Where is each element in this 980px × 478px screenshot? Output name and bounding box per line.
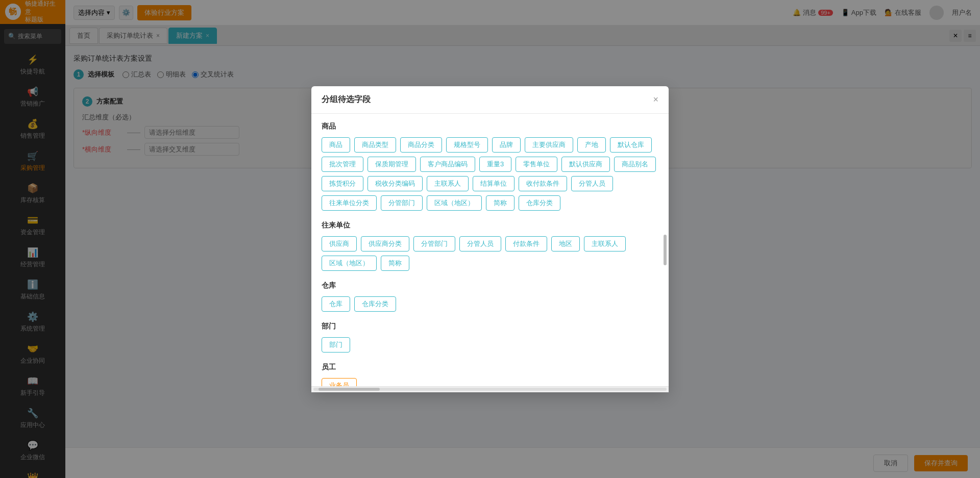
- field-product[interactable]: 商品: [322, 137, 350, 153]
- section-title-counterpart: 往来单位: [322, 221, 658, 230]
- field-supplier[interactable]: 供应商: [322, 236, 357, 251]
- field-batch-mgmt[interactable]: 批次管理: [322, 157, 363, 172]
- field-payment-terms[interactable]: 收付款条件: [519, 176, 567, 191]
- field-area-region[interactable]: 区域（地区）: [427, 195, 482, 211]
- modal-section-product: 商品 商品 商品类型 商品分类 规格型号 品牌 主要供应商 产地 默认仓库 批次…: [322, 122, 658, 211]
- field-product-category[interactable]: 商品分类: [400, 137, 442, 153]
- field-counterpart-category[interactable]: 往来单位分类: [322, 195, 377, 211]
- field-short-name[interactable]: 简称: [486, 195, 514, 211]
- field-default-warehouse[interactable]: 默认仓库: [610, 137, 652, 153]
- section-title-warehouse: 仓库: [322, 281, 658, 290]
- modal-overlay[interactable]: 分组待选字段 × 商品 商品 商品类型 商品分类 规格型号 品牌 主要供应商 产…: [0, 0, 980, 478]
- field-product-type[interactable]: 商品类型: [354, 137, 396, 153]
- field-grid-product: 商品 商品类型 商品分类 规格型号 品牌 主要供应商 产地 默认仓库 批次管理 …: [322, 137, 658, 211]
- field-region[interactable]: 地区: [551, 236, 580, 251]
- field-default-supplier[interactable]: 默认供应商: [561, 157, 610, 172]
- field-person[interactable]: 分管人员: [459, 236, 501, 251]
- field-origin[interactable]: 产地: [577, 137, 606, 153]
- modal-body: 商品 商品 商品类型 商品分类 规格型号 品牌 主要供应商 产地 默认仓库 批次…: [311, 114, 669, 386]
- modal-section-counterpart: 往来单位 供应商 供应商分类 分管部门 分管人员 付款条件 地区 主联系人 区域…: [322, 221, 658, 271]
- field-manager[interactable]: 分管人员: [571, 176, 613, 191]
- modal-horizontal-scrollbar[interactable]: [311, 386, 669, 392]
- field-wh[interactable]: 仓库: [322, 296, 350, 312]
- field-grid-dept: 部门: [322, 337, 658, 353]
- field-tax-code[interactable]: 税收分类编码: [368, 176, 423, 191]
- field-warehouse-category[interactable]: 仓库分类: [519, 195, 560, 211]
- field-product-alias[interactable]: 商品别名: [614, 157, 656, 172]
- modal-vertical-scrollbar[interactable]: [664, 235, 667, 265]
- section-title-product: 商品: [322, 122, 658, 131]
- field-weight[interactable]: 重量3: [479, 157, 511, 172]
- field-grid-counterpart: 供应商 供应商分类 分管部门 分管人员 付款条件 地区 主联系人 区域（地区） …: [322, 236, 658, 271]
- field-area2[interactable]: 区域（地区）: [322, 256, 377, 271]
- field-pick-score[interactable]: 拣货积分: [322, 176, 363, 191]
- field-brand[interactable]: 品牌: [492, 137, 521, 153]
- modal-header: 分组待选字段 ×: [311, 86, 669, 114]
- field-supplier-category[interactable]: 供应商分类: [361, 236, 409, 251]
- field-settle-unit[interactable]: 结算单位: [473, 176, 514, 191]
- field-customer-code[interactable]: 客户商品编码: [420, 157, 475, 172]
- hscroll-thumb[interactable]: [318, 388, 380, 391]
- field-grid-staff: 业务员: [322, 378, 658, 386]
- modal-section-staff: 员工 业务员: [322, 363, 658, 386]
- section-title-staff: 员工: [322, 363, 658, 372]
- field-salesperson[interactable]: 业务员: [322, 378, 357, 386]
- field-dept[interactable]: 分管部门: [413, 236, 455, 251]
- modal-close-button[interactable]: ×: [653, 95, 658, 104]
- field-shelf-life[interactable]: 保质期管理: [368, 157, 416, 172]
- field-spec-model[interactable]: 规格型号: [446, 137, 488, 153]
- field-manage-dept[interactable]: 分管部门: [381, 195, 423, 211]
- hscroll-track: [313, 388, 667, 391]
- field-select-modal: 分组待选字段 × 商品 商品 商品类型 商品分类 规格型号 品牌 主要供应商 产…: [311, 86, 669, 392]
- field-department[interactable]: 部门: [322, 337, 350, 353]
- field-abbr[interactable]: 简称: [381, 256, 409, 271]
- modal-section-warehouse: 仓库 仓库 仓库分类: [322, 281, 658, 312]
- field-main-supplier[interactable]: 主要供应商: [525, 137, 573, 153]
- modal-title: 分组待选字段: [322, 94, 371, 105]
- field-pay-terms[interactable]: 付款条件: [505, 236, 547, 251]
- field-retail-unit[interactable]: 零售单位: [516, 157, 557, 172]
- modal-section-dept: 部门 部门: [322, 322, 658, 353]
- field-grid-warehouse: 仓库 仓库分类: [322, 296, 658, 312]
- field-main-contact[interactable]: 主联系人: [427, 176, 469, 191]
- field-wh-category[interactable]: 仓库分类: [354, 296, 396, 312]
- section-title-dept: 部门: [322, 322, 658, 331]
- field-contact[interactable]: 主联系人: [584, 236, 626, 251]
